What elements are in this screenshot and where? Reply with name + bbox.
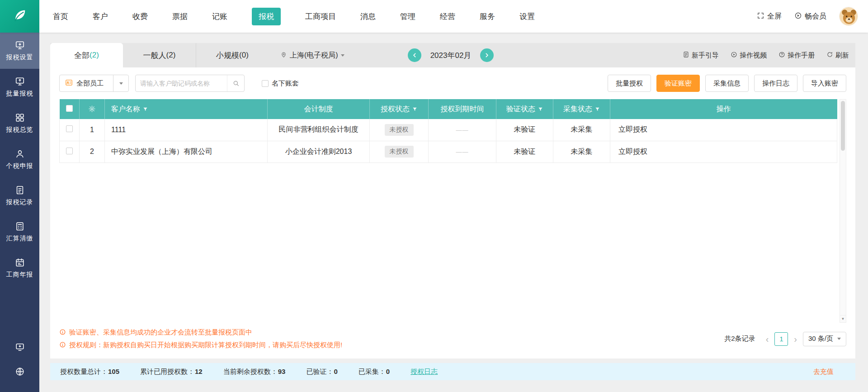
header-checkbox-cell (60, 99, 80, 119)
info-icon (59, 329, 66, 337)
operation-manual-link[interactable]: 操作手册 (778, 51, 815, 60)
auth-status-badge: 未授权 (385, 146, 414, 158)
app-root: 首页 客户 收费 票据 记账 报税 工商项目 消息 管理 经营 服务 设置 全屏… (0, 0, 868, 392)
recharge-link[interactable]: 去充值 (813, 368, 845, 376)
filter-icon[interactable] (412, 105, 417, 114)
collect-info-button[interactable]: 采集信息 (705, 75, 749, 92)
stat-total-auth: 授权数量总计：105 (60, 368, 119, 376)
authorize-now-link[interactable]: 立即授权 (618, 125, 647, 133)
prev-month-button[interactable] (408, 48, 421, 62)
header-accounting-system: 会计制度 (268, 99, 370, 119)
nav-item-settings[interactable]: 设置 (519, 11, 535, 22)
tax-overview-icon (15, 113, 25, 123)
tab-small-scale[interactable]: 小规模(0) (196, 43, 269, 67)
search-box (135, 75, 245, 92)
nav-item-bookkeeping[interactable]: 记账 (212, 11, 227, 22)
filter-icon[interactable] (595, 105, 600, 114)
own-accounts-label: 名下账套 (272, 79, 299, 88)
row-checkbox[interactable] (66, 148, 73, 154)
record-count: 共2条记录 (724, 335, 755, 343)
pagination: 共2条记录 ‹ 1 › 30 条/页 (724, 332, 846, 346)
beginner-guide-link[interactable]: 新手引导 (683, 51, 719, 60)
header-actions: 操作 (610, 99, 837, 119)
video-play-icon (731, 51, 737, 59)
sidebar-item-final-settlement[interactable]: 汇算清缴 (0, 214, 39, 250)
auth-status-badge: 未授权 (385, 124, 414, 136)
authorize-now-link[interactable]: 立即授权 (618, 148, 647, 155)
avatar[interactable] (839, 7, 858, 26)
nav-item-services[interactable]: 服务 (480, 11, 495, 22)
current-page-button[interactable]: 1 (774, 332, 788, 346)
search-icon[interactable] (227, 75, 244, 91)
tabs: 全部(2) 一般人(2) 小规模(0) (50, 43, 269, 67)
operation-video-link[interactable]: 操作视频 (731, 51, 767, 60)
sidebar-item-tax-overview[interactable]: 报税总览 (0, 105, 39, 141)
import-credentials-button[interactable]: 导入账密 (803, 75, 846, 92)
fullscreen-button[interactable]: 全屏 (757, 12, 782, 21)
header-auth-status: 授权状态 (370, 99, 429, 119)
sidebar-bottom (0, 339, 39, 392)
batch-authorize-button[interactable]: 批量授权 (608, 75, 651, 92)
guide-doc-icon (683, 51, 689, 59)
vertical-scrollbar[interactable]: ▼ (840, 99, 846, 323)
scrollbar-down-arrow[interactable]: ▼ (840, 315, 846, 322)
sidebar-item-tax-records[interactable]: 报税记录 (0, 177, 39, 214)
tax-settings-icon (15, 40, 25, 50)
table-row: 2 中弥实业发展（上海）有限公司 小企业会计准则2013 未授权 —— 未验证 … (60, 141, 837, 163)
nav-item-business-projects[interactable]: 工商项目 (305, 11, 336, 22)
sidebar-globe-button[interactable] (11, 364, 28, 381)
refresh-button[interactable]: 刷新 (826, 51, 849, 60)
page-size-select[interactable]: 30 条/页 (803, 332, 846, 346)
row-checkbox[interactable] (66, 125, 73, 132)
chevron-down-icon (113, 75, 128, 91)
verify-credentials-button[interactable]: 验证账密 (656, 75, 700, 92)
sidebar-item-tax-settings[interactable]: 报税设置 (0, 33, 39, 69)
chevron-down-icon (341, 54, 344, 57)
tab-all[interactable]: 全部(2) (50, 43, 123, 67)
prev-page-button[interactable]: ‹ (764, 335, 770, 344)
verify-status-cell: 未验证 (496, 141, 553, 163)
filter-icon[interactable] (143, 105, 148, 114)
auth-log-link[interactable]: 授权日志 (410, 368, 438, 376)
operation-log-button[interactable]: 操作日志 (754, 75, 797, 92)
table-zone: 客户名称 会计制度 授权状态 授权到期时间 验证状态 采集状态 操作 1 (59, 99, 846, 323)
bear-avatar-icon (840, 7, 858, 26)
scrollbar-thumb[interactable] (841, 101, 845, 151)
header-collect-status: 采集状态 (553, 99, 610, 119)
tab-strip: 全部(2) 一般人(2) 小规模(0) 上海(电子税局) 2023年02月 (50, 43, 855, 67)
sidebar-item-batch-tax[interactable]: 批量报税 (0, 69, 39, 105)
employee-filter-dropdown[interactable]: 全部员工 (59, 75, 129, 92)
nav-item-messages[interactable]: 消息 (360, 11, 376, 22)
nav-item-customers[interactable]: 客户 (93, 11, 108, 22)
location-icon (280, 51, 287, 60)
next-month-button[interactable] (480, 48, 494, 62)
nav-item-tax-filing[interactable]: 报税 (252, 8, 281, 25)
own-accounts-checkbox[interactable]: 名下账套 (262, 79, 299, 88)
tab-general-taxpayer[interactable]: 一般人(2) (123, 43, 196, 67)
filter-icon[interactable] (538, 105, 543, 114)
collect-status-cell: 未采集 (553, 119, 610, 141)
region-selector[interactable]: 上海(电子税局) (280, 43, 344, 67)
final-settlement-icon (15, 221, 25, 231)
nav-item-billing[interactable]: 收费 (132, 11, 148, 22)
next-page-button[interactable]: › (793, 335, 798, 344)
nav-item-operations[interactable]: 经营 (440, 11, 455, 22)
search-input[interactable] (136, 80, 227, 87)
note-line: 授权规则：新购授权自购买日开始根据购买期限计算授权到期时间，请购买后尽快授权使用… (59, 341, 342, 349)
annual-report-icon (15, 258, 25, 268)
main-content: 全部(2) 一般人(2) 小规模(0) 上海(电子税局) 2023年02月 (39, 33, 868, 392)
select-all-checkbox[interactable] (66, 105, 73, 112)
main-nav: 首页 客户 收费 票据 记账 报税 工商项目 消息 管理 经营 服务 设置 (53, 8, 535, 25)
nav-item-home[interactable]: 首页 (53, 11, 68, 22)
nav-item-management[interactable]: 管理 (400, 11, 415, 22)
verify-status-cell: 未验证 (496, 119, 553, 141)
gear-icon[interactable] (88, 105, 96, 113)
sidebar-download-button[interactable] (11, 339, 28, 357)
collect-status-cell: 未采集 (553, 141, 610, 163)
nav-item-invoices[interactable]: 票据 (172, 11, 188, 22)
sidebar-item-annual-report[interactable]: 工商年报 (0, 250, 39, 286)
member-button[interactable]: 畅会员 (794, 12, 826, 21)
note-line: 验证账密、采集信息均成功的企业才会流转至批量报税页面中 (59, 328, 342, 337)
sidebar-item-personal-tax[interactable]: 个税申报 (0, 141, 39, 177)
row-index: 2 (80, 141, 105, 163)
